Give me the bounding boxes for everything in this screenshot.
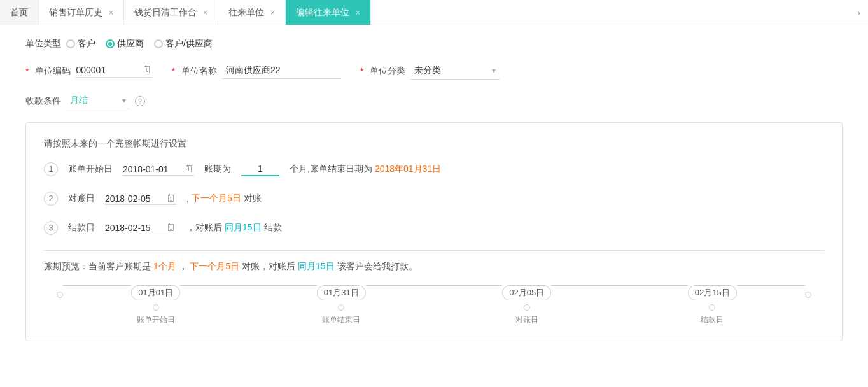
payment-terms-dropdown[interactable]: 月结 ▾ (66, 92, 130, 109)
unit-name-label: 单位名称 (181, 66, 217, 77)
step-1-date[interactable] (123, 164, 180, 174)
unit-type-label: 单位类型 (25, 38, 61, 50)
timeline-line-4 (551, 285, 688, 286)
radio-customer-supplier[interactable]: 客户/供应商 (154, 38, 213, 50)
timeline: 01月01日 账单开始日 01月31日 账单结束日 02月05日 (44, 285, 824, 325)
timeline-node-3-dot (524, 304, 530, 311)
unit-code-icon[interactable]: 🗓 (142, 64, 152, 76)
unit-type-group: 单位类型 客户 供应商 客户/供应商 (25, 38, 213, 50)
preview-part1: 1个月 (153, 261, 176, 271)
step-3-row: 3 结款日 🗓 ，对账后 同月15日 结款 (44, 221, 824, 235)
main-content: 单位类型 客户 供应商 客户/供应商 * 单位编码 (0, 25, 868, 387)
unit-category-value: 未分类 (414, 65, 489, 76)
preview-part3: 同月15日 (298, 261, 335, 271)
timeline-end-dot (805, 292, 811, 298)
timeline-segment-5 (737, 285, 805, 286)
radio-customer-label: 客户 (78, 38, 95, 50)
radio-supplier-label: 供应商 (117, 38, 144, 50)
timeline-line-5 (737, 285, 805, 286)
timeline-node-2: 01月31日 账单结束日 (317, 285, 366, 325)
step-3-date[interactable] (105, 223, 162, 233)
timeline-segment-2 (180, 285, 317, 286)
unit-code-input[interactable] (76, 65, 139, 75)
timeline-node-3: 02月05日 对账日 (502, 285, 551, 325)
timeline-node-1-dot (153, 304, 159, 311)
timeline-node-4-dot (709, 304, 715, 311)
timeline-node-3-label: 02月05日 (502, 285, 551, 300)
tab-edit-partner[interactable]: 编辑往来单位 × (286, 0, 371, 25)
tab-edit-partner-label: 编辑往来单位 (296, 7, 349, 18)
step-3-calendar-icon[interactable]: 🗓 (166, 222, 176, 234)
section-title: 请按照未来的一个完整帐期进行设置 (44, 138, 824, 150)
payment-terms-row: 收款条件 月结 ▾ ? (25, 92, 843, 109)
radio-customer[interactable]: 客户 (66, 38, 95, 50)
preview-comma1: ， (179, 261, 188, 271)
unit-info-row: * 单位编码 🗓 * 单位名称 * 单位分类 未分类 ▾ (25, 62, 843, 80)
unit-category-label: 单位分类 (370, 66, 405, 77)
unit-name-input[interactable] (222, 63, 341, 79)
tab-sales-history-close[interactable]: × (109, 8, 113, 17)
tab-partner[interactable]: 往来单位 × (218, 0, 286, 25)
step-3-label: 结款日 (68, 222, 95, 234)
tab-partner-close[interactable]: × (270, 8, 275, 17)
unit-type-radio-group: 客户 供应商 客户/供应商 (66, 38, 213, 50)
tab-bar: 首页 销售订单历史 × 钱货日清工作台 × 往来单位 × 编辑往来单位 × › (0, 0, 868, 25)
timeline-node-1-desc: 账单开始日 (137, 314, 175, 325)
timeline-line-2 (180, 285, 317, 286)
payment-terms-group: 收款条件 月结 ▾ ? (25, 92, 145, 109)
step-1-row: 1 账单开始日 🗓 账期为 个月,账单结束日期为 2018年01月31日 (44, 162, 824, 176)
preview-section: 账期预览：当前客户账期是 1个月 ， 下一个月5日 对账，对账后 同月15日 该… (44, 250, 824, 325)
tab-cash-work-label: 钱货日清工作台 (134, 7, 197, 18)
tab-home[interactable]: 首页 (0, 0, 39, 25)
timeline-segment-3 (366, 285, 503, 286)
tab-cash-work[interactable]: 钱货日清工作台 × (124, 0, 218, 25)
period-input[interactable] (241, 162, 279, 176)
unit-type-row: 单位类型 客户 供应商 客户/供应商 (25, 38, 843, 50)
tab-sales-history-label: 销售订单历史 (49, 7, 102, 18)
timeline-segment-1 (63, 285, 131, 286)
step-1-desc-suffix: 个月,账单结束日期为 2018年01月31日 (290, 164, 441, 175)
step-1-label: 账单开始日 (68, 164, 113, 175)
tab-edit-partner-close[interactable]: × (356, 8, 360, 17)
preview-part2: 下一个月5日 (190, 261, 239, 271)
timeline-line-1 (63, 285, 131, 286)
timeline-node-1: 01月01日 账单开始日 (131, 285, 180, 325)
step-1-end-date: 2018年01月31日 (375, 164, 441, 175)
unit-name-group: * 单位名称 (171, 63, 340, 79)
step-2-date[interactable] (105, 194, 162, 204)
timeline-node-2-label: 01月31日 (317, 285, 366, 300)
preview-middle: 对账，对账后 (242, 261, 298, 271)
radio-customer-supplier-circle (154, 39, 163, 48)
timeline-node-2-desc: 账单结束日 (322, 314, 360, 325)
timeline-start (57, 285, 63, 298)
step-1-calendar-icon[interactable]: 🗓 (184, 164, 194, 175)
unit-category-dropdown[interactable]: 未分类 ▾ (410, 62, 500, 80)
settings-section: 请按照未来的一个完整帐期进行设置 1 账单开始日 🗓 账期为 个月,账单结束日期… (25, 122, 843, 341)
tab-partner-label: 往来单位 (228, 7, 264, 18)
tab-expand-button[interactable]: › (850, 0, 868, 25)
radio-supplier[interactable]: 供应商 (106, 38, 144, 50)
help-icon[interactable]: ? (135, 96, 145, 106)
step-2-desc: ,下一个月5日 对账 (186, 193, 262, 204)
step-2-calendar-icon[interactable]: 🗓 (166, 193, 176, 204)
step-2-num: 2 (44, 192, 58, 206)
timeline-line-3 (366, 285, 503, 286)
tab-sales-history[interactable]: 销售订单历史 × (39, 0, 124, 25)
step-3-date-input: 🗓 (105, 222, 176, 234)
timeline-node-4-label: 02月15日 (688, 285, 737, 300)
preview-prefix: 账期预览：当前客户账期是 (44, 261, 151, 271)
preview-text: 账期预览：当前客户账期是 1个月 ， 下一个月5日 对账，对账后 同月15日 该… (44, 261, 824, 272)
timeline-end (805, 285, 811, 298)
unit-category-group: * 单位分类 未分类 ▾ (360, 62, 500, 80)
preview-suffix: 该客户会给我打款。 (337, 261, 417, 271)
payment-terms-arrow-icon: ▾ (122, 96, 126, 105)
radio-supplier-circle (106, 39, 115, 48)
step-2-date-input: 🗓 (105, 193, 176, 205)
timeline-node-4-desc: 结款日 (701, 314, 724, 325)
step-3-num: 3 (44, 221, 58, 235)
step-3-desc: ，对账后 同月15日 结款 (186, 222, 282, 234)
unit-code-label: 单位编码 (35, 66, 71, 77)
unit-code-input-wrapper: 🗓 (76, 64, 152, 78)
unit-category-star: * (360, 66, 363, 76)
tab-cash-work-close[interactable]: × (203, 8, 207, 17)
